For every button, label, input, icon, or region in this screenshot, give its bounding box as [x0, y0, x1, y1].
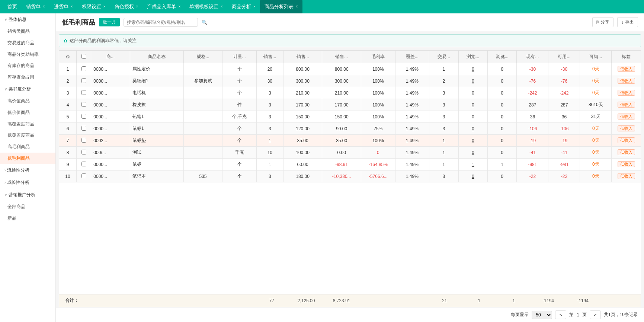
nav-home[interactable]: 首页	[3, 0, 22, 13]
row-check[interactable]	[77, 87, 91, 99]
row-checkbox[interactable]	[81, 162, 86, 166]
col-check[interactable]	[77, 51, 91, 63]
col-unit[interactable]: 计量...	[222, 51, 257, 63]
col-spec[interactable]: 规格...	[183, 51, 222, 63]
sidebar-item-traded-products[interactable]: 交易过的商品	[0, 37, 55, 49]
row-check[interactable]	[77, 75, 91, 87]
close-icon[interactable]: ×	[296, 0, 298, 13]
row-checkbox[interactable]	[81, 78, 86, 83]
sidebar-item-category-rate[interactable]: 商品分类助销率	[0, 49, 55, 60]
col-sales-cost[interactable]: 销售...	[322, 51, 361, 63]
page-size-select[interactable]: 50 100 200	[532, 311, 552, 319]
close-icon[interactable]: ×	[43, 0, 45, 13]
col-gear[interactable]: ⚙	[59, 51, 77, 63]
col-gross-rate[interactable]: 毛利率	[361, 51, 395, 63]
select-all-checkbox[interactable]	[81, 54, 86, 59]
row-checkbox[interactable]	[81, 66, 86, 71]
nav-product-warehousing[interactable]: 产成品入库单 ×	[142, 0, 185, 13]
row-check[interactable]	[77, 159, 91, 170]
sidebar-item-in-stock[interactable]: 有库存的商品	[0, 60, 55, 71]
row-checkbox[interactable]	[81, 173, 86, 178]
row-browse1[interactable]: 0	[458, 87, 487, 99]
nav-permission-settings[interactable]: 权限设置 ×	[77, 0, 110, 13]
close-icon[interactable]: ×	[136, 0, 138, 13]
col-current-stock[interactable]: 现有...	[517, 51, 548, 63]
search-input[interactable]	[124, 18, 198, 27]
row-check[interactable]	[77, 111, 91, 123]
col-browse2[interactable]: 浏览...	[487, 51, 516, 63]
row-browse1[interactable]: 0	[458, 111, 487, 123]
row-check[interactable]	[77, 123, 91, 135]
row-check[interactable]	[77, 147, 91, 159]
sidebar-item-high-coverage[interactable]: 高覆盖度商品	[0, 118, 55, 130]
row-checkbox[interactable]	[81, 150, 86, 154]
col-browse1[interactable]: 浏览...	[458, 51, 487, 63]
nav-sales-order[interactable]: 销货单 ×	[22, 0, 49, 13]
row-checkbox[interactable]	[81, 90, 86, 95]
row-name[interactable]: 铅笔1	[130, 111, 183, 123]
close-icon[interactable]: ×	[103, 0, 106, 13]
row-name[interactable]: 属性定价	[130, 63, 183, 75]
sidebar-item-all-products[interactable]: 全部商品	[0, 201, 55, 213]
nav-product-analysis-list[interactable]: 商品分析列表 ×	[260, 0, 302, 13]
date-filter-button[interactable]: 近一月	[99, 18, 120, 26]
row-name[interactable]: 电话机	[130, 87, 183, 99]
nav-purchase-order[interactable]: 进货单 ×	[49, 0, 77, 13]
row-check[interactable]	[77, 170, 91, 182]
row-name[interactable]: 鼠标	[130, 159, 183, 170]
col-trade[interactable]: 交易...	[429, 51, 458, 63]
col-product-code[interactable]: 商...	[91, 51, 130, 63]
row-check[interactable]	[77, 63, 91, 75]
row-browse1[interactable]: 0	[458, 147, 487, 159]
sidebar-group-title-cluster[interactable]: ∨ 类群度分析	[0, 83, 55, 95]
next-page-button[interactable]: ＞	[590, 310, 601, 319]
sidebar-item-low-value[interactable]: 低价值商品	[0, 107, 55, 118]
sidebar-item-sales-products[interactable]: 销售类商品	[0, 26, 55, 37]
row-name[interactable]: 鼠标垫	[130, 135, 183, 147]
row-name[interactable]: 笔记本	[130, 170, 183, 182]
row-checkbox[interactable]	[81, 138, 86, 143]
sidebar-item-low-gross[interactable]: 低毛利商品	[0, 153, 55, 164]
sidebar-item-stock-capital[interactable]: 库存资金占用	[0, 71, 55, 83]
row-browse1[interactable]: 0	[458, 170, 487, 182]
row-checkbox[interactable]	[81, 114, 86, 119]
col-tag[interactable]: 标签	[612, 51, 641, 63]
nav-product-analysis[interactable]: 商品分析 ×	[227, 0, 260, 13]
row-check[interactable]	[77, 135, 91, 147]
export-button[interactable]: ↓ 导出	[617, 17, 638, 27]
sidebar-item-new-products[interactable]: 新品	[0, 213, 55, 224]
close-icon[interactable]: ×	[71, 0, 73, 13]
row-name[interactable]: 吴细细1	[130, 75, 183, 87]
search-icon[interactable]: 🔍	[202, 20, 207, 25]
sidebar-group-title-growth[interactable]: › 成长性分析	[0, 176, 55, 189]
row-browse1[interactable]: 1	[458, 159, 487, 170]
row-check[interactable]	[77, 99, 91, 111]
prev-page-button[interactable]: ＜	[555, 310, 566, 319]
close-icon[interactable]: ×	[178, 0, 180, 13]
nav-template-settings[interactable]: 单据模板设置 ×	[185, 0, 227, 13]
sidebar-group-title-overall[interactable]: ∨ 整体信息	[0, 13, 55, 26]
col-sales-price[interactable]: 销售...	[283, 51, 322, 63]
row-browse1[interactable]: 0	[458, 63, 487, 75]
row-checkbox[interactable]	[81, 102, 86, 107]
col-sale-days[interactable]: 可销...	[580, 51, 612, 63]
row-browse1[interactable]: 0	[458, 123, 487, 135]
col-product-name[interactable]: 商品名称	[130, 51, 183, 63]
col-avail-stock[interactable]: 可用...	[548, 51, 580, 63]
sidebar-item-low-coverage[interactable]: 低覆盖度商品	[0, 130, 55, 141]
row-name[interactable]: 鼠标1	[130, 123, 183, 135]
sidebar-item-high-value[interactable]: 高价值商品	[0, 95, 55, 107]
row-browse1[interactable]: 0	[458, 135, 487, 147]
row-checkbox[interactable]	[81, 126, 86, 131]
row-name[interactable]: 橡皮擦	[130, 99, 183, 111]
close-icon[interactable]: ×	[253, 0, 256, 13]
close-icon[interactable]: ×	[221, 0, 223, 13]
sidebar-item-high-gross[interactable]: 高毛利商品	[0, 141, 55, 153]
row-browse1[interactable]: 0	[458, 75, 487, 87]
nav-role-auth[interactable]: 角色授权 ×	[110, 0, 143, 13]
sidebar-group-title-marketing[interactable]: ∨ 营销推广分析	[0, 189, 55, 201]
row-name[interactable]: 测试	[130, 147, 183, 159]
row-browse1[interactable]: 0	[458, 99, 487, 111]
share-button[interactable]: ⎘ 分享	[592, 17, 613, 27]
col-sales-qty[interactable]: 销售...	[256, 51, 283, 63]
